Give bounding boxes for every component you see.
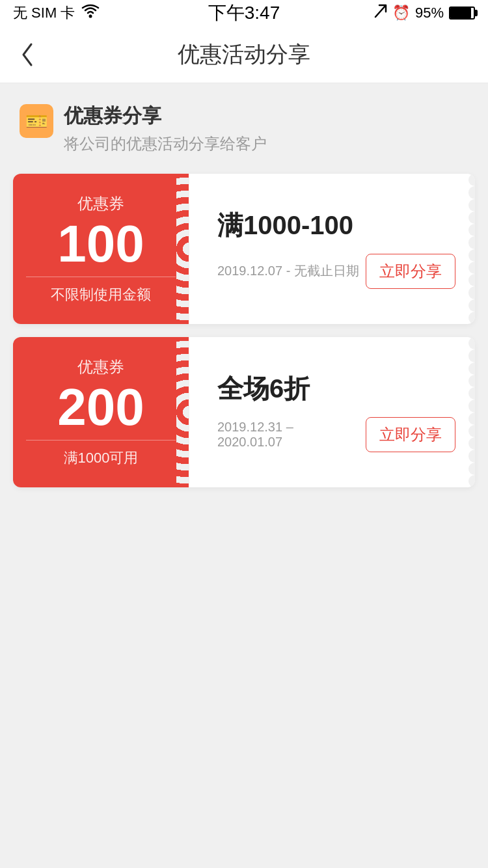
share-button-1[interactable]: 立即分享 xyxy=(366,254,455,289)
status-left: 无 SIM 卡 xyxy=(13,3,100,23)
status-time: 下午3:47 xyxy=(208,1,280,25)
coupon-name-2: 全场6折 xyxy=(217,373,455,404)
section-header: 🎫 优惠券分享 将公司的优惠活动分享给客户 xyxy=(0,83,488,167)
coupon-condition-2: 满1000可用 xyxy=(26,440,176,468)
location-icon xyxy=(374,4,387,22)
coupon-condition-1: 不限制使用金额 xyxy=(26,277,176,305)
coupon-icon: 🎫 xyxy=(25,111,48,132)
coupon-left-1: 优惠券 100 不限制使用金额 xyxy=(13,174,189,324)
coupon-label-2: 优惠券 xyxy=(77,357,124,377)
coupon-amount-2: 200 xyxy=(57,381,144,433)
coupon-list: 优惠券 100 不限制使用金额 满1000-100 2019.12.07 - 无… xyxy=(0,167,488,500)
coupon-right-2: 全场6折 2019.12.31 – 2020.01.07 立即分享 xyxy=(189,337,475,487)
coupon-bottom-2: 2019.12.31 – 2020.01.07 立即分享 xyxy=(217,417,455,452)
coupon-amount-1: 100 xyxy=(57,218,144,270)
status-bar: 无 SIM 卡 下午3:47 ⏰ 95% xyxy=(0,0,488,26)
page-title: 优惠活动分享 xyxy=(178,40,310,70)
battery-percent: 95% xyxy=(415,5,444,21)
coupon-date-2: 2019.12.31 – 2020.01.07 xyxy=(217,420,359,450)
coupon-card-1: 优惠券 100 不限制使用金额 满1000-100 2019.12.07 - 无… xyxy=(13,174,475,324)
section-subtitle: 将公司的优惠活动分享给客户 xyxy=(64,133,267,154)
status-right: ⏰ 95% xyxy=(374,4,475,22)
carrier-text: 无 SIM 卡 xyxy=(13,3,75,23)
coupon-label-1: 优惠券 xyxy=(77,193,124,214)
coupon-bottom-1: 2019.12.07 - 无截止日期 立即分享 xyxy=(217,254,455,289)
coupon-date-1: 2019.12.07 - 无截止日期 xyxy=(217,262,359,280)
back-button[interactable] xyxy=(20,42,35,68)
battery-icon xyxy=(449,7,475,20)
section-text: 优惠券分享 将公司的优惠活动分享给客户 xyxy=(64,103,267,154)
section-title: 优惠券分享 xyxy=(64,103,267,129)
alarm-icon: ⏰ xyxy=(392,5,410,21)
empty-area xyxy=(0,500,488,826)
wifi-icon xyxy=(81,4,100,22)
share-button-2[interactable]: 立即分享 xyxy=(366,417,455,452)
svg-point-0 xyxy=(89,15,92,18)
nav-bar: 优惠活动分享 xyxy=(0,26,488,83)
coupon-left-2: 优惠券 200 满1000可用 xyxy=(13,337,189,487)
coupon-card-2: 优惠券 200 满1000可用 全场6折 2019.12.31 – 2020.0… xyxy=(13,337,475,487)
section-icon: 🎫 xyxy=(20,104,53,138)
coupon-name-1: 满1000-100 xyxy=(217,210,455,241)
coupon-right-1: 满1000-100 2019.12.07 - 无截止日期 立即分享 xyxy=(189,174,475,324)
